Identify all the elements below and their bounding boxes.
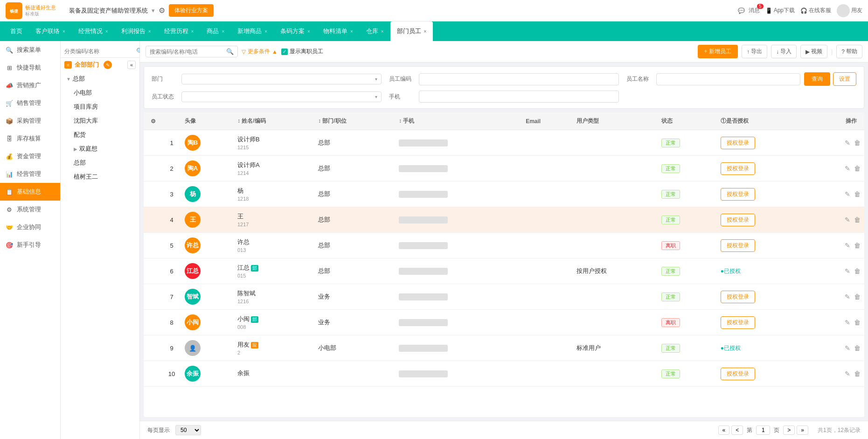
all-dept-label[interactable]: 全部部门	[75, 61, 99, 69]
emp-code-input[interactable]	[419, 73, 619, 85]
authorize-btn[interactable]: 授权登录	[721, 162, 755, 175]
sidebar-item-sales[interactable]: 🛒 销售管理	[0, 94, 60, 112]
sidebar-item-guide[interactable]: 🎯 新手引导	[0, 236, 60, 254]
tab-add-goods[interactable]: 新增商品 ×	[231, 21, 274, 41]
settings-icon[interactable]: ⚙	[151, 118, 156, 125]
tab-goods[interactable]: 商品 ×	[200, 21, 231, 41]
tab-bom[interactable]: 物料清单 ×	[317, 21, 360, 41]
close-icon[interactable]: ×	[381, 29, 384, 34]
delete-icon[interactable]: 🗑	[854, 139, 861, 146]
sidebar-item-finance[interactable]: 💰 资金管理	[0, 147, 60, 165]
sidebar-item-inventory[interactable]: 🗄 库存核算	[0, 130, 60, 147]
message-icon[interactable]: 💬 5 消息	[738, 7, 760, 14]
first-page-btn[interactable]: «	[718, 425, 730, 435]
help-btn[interactable]: ? 帮助	[836, 45, 862, 58]
tab-operations[interactable]: 经营情况 ×	[72, 21, 115, 41]
delete-icon[interactable]: 🗑	[854, 267, 861, 275]
tree-node-xiaodianbu[interactable]: 小电部	[61, 86, 139, 100]
edit-icon[interactable]: ✎	[104, 61, 112, 69]
authorize-btn[interactable]: 授权登录	[721, 239, 755, 252]
tree-node-zongbu2[interactable]: 总部	[61, 156, 139, 170]
authorize-btn[interactable]: 授权登录	[721, 188, 755, 201]
authorize-btn[interactable]: 授权登录	[721, 368, 755, 380]
emp-name-input[interactable]	[656, 73, 800, 85]
tree-node-zhishu[interactable]: 植树王二	[61, 170, 139, 184]
col-phone[interactable]: ↕ 手机	[395, 112, 522, 130]
edit-icon[interactable]: ✎	[845, 370, 850, 377]
authorize-btn[interactable]: 授权登录	[721, 214, 755, 226]
close-icon[interactable]: ×	[264, 29, 267, 34]
edit-icon[interactable]: ✎	[845, 216, 850, 223]
sidebar-item-operations[interactable]: 📊 经营管理	[0, 165, 60, 183]
edit-icon[interactable]: ✎	[845, 344, 850, 352]
settings-icon[interactable]: ⚙	[159, 6, 165, 15]
col-name[interactable]: ↕ 姓名/编码	[234, 112, 314, 130]
sidebar-item-nav[interactable]: ⊞ 快捷导航	[0, 59, 60, 77]
col-dept[interactable]: ↕ 部门/职位	[314, 112, 395, 130]
video-btn[interactable]: ▶ 视频	[800, 45, 827, 58]
authorize-btn[interactable]: 授权登录	[721, 291, 755, 303]
export-btn[interactable]: ↑ 导出	[742, 45, 767, 58]
delete-icon[interactable]: 🗑	[854, 216, 861, 223]
query-btn[interactable]: 查询	[804, 72, 830, 86]
close-icon[interactable]: ×	[307, 29, 310, 34]
edit-icon[interactable]: ✎	[845, 139, 850, 146]
tree-search-input[interactable]	[64, 48, 134, 55]
close-icon[interactable]: ×	[148, 29, 151, 34]
edit-icon[interactable]: ✎	[845, 267, 850, 275]
sidebar-item-basic[interactable]: 📋 基础信息	[0, 183, 60, 201]
sidebar-item-search[interactable]: 🔍 搜索菜单	[0, 41, 60, 59]
import-btn[interactable]: ↓ 导入	[771, 45, 797, 58]
edit-icon[interactable]: ✎	[845, 165, 850, 172]
edit-icon[interactable]: ✎	[845, 190, 850, 198]
delete-icon[interactable]: 🗑	[854, 319, 861, 326]
tree-node-xiangmu[interactable]: 项目库房	[61, 100, 139, 114]
more-filter-btn[interactable]: ▽ 更多条件 ▲	[242, 48, 278, 56]
edit-icon[interactable]: ✎	[845, 293, 850, 300]
delete-icon[interactable]: 🗑	[854, 165, 861, 172]
tree-node-zongbu[interactable]: ▼ 总部	[61, 72, 139, 86]
delete-icon[interactable]: 🗑	[854, 293, 861, 300]
tab-customers[interactable]: 客户联络 ×	[29, 21, 72, 41]
tab-employees[interactable]: 部门员工 ×	[390, 21, 433, 41]
page-size-select[interactable]: 50 100 200	[175, 425, 201, 435]
search-input[interactable]	[150, 49, 224, 55]
search-submit-icon[interactable]: 🔍	[226, 48, 234, 55]
prev-page-btn[interactable]: <	[731, 425, 743, 435]
phone-input[interactable]	[419, 91, 619, 103]
delete-icon[interactable]: 🗑	[854, 370, 861, 377]
edit-icon[interactable]: ✎	[845, 242, 850, 249]
tree-node-peihuo[interactable]: 配货	[61, 128, 139, 142]
close-icon[interactable]: ×	[350, 29, 353, 34]
sidebar-item-collab[interactable]: 🤝 企业协同	[0, 218, 60, 236]
authorize-btn[interactable]: 授权登录	[721, 137, 755, 149]
tab-barcode[interactable]: 条码方案 ×	[274, 21, 317, 41]
trial-btn[interactable]: 体验行业方案	[169, 4, 214, 17]
sidebar-item-system[interactable]: ⚙ 系统管理	[0, 201, 60, 218]
close-icon[interactable]: ×	[105, 29, 108, 34]
tab-profit[interactable]: 利润报告 ×	[115, 21, 158, 41]
tree-node-shuangting[interactable]: ▶ 双庭想	[61, 142, 139, 156]
edit-icon[interactable]: ✎	[845, 319, 850, 326]
delete-icon[interactable]: 🗑	[854, 344, 861, 352]
online-service[interactable]: 🎧 在线客服	[800, 7, 831, 14]
collapse-btn[interactable]: «	[127, 61, 136, 69]
add-employee-btn[interactable]: + 新增员工	[698, 45, 738, 58]
close-icon[interactable]: ×	[191, 29, 194, 34]
delete-icon[interactable]: 🗑	[854, 190, 861, 198]
emp-status-select[interactable]: ▾	[181, 91, 382, 102]
last-page-btn[interactable]: »	[797, 425, 808, 435]
tree-node-shenyang[interactable]: 沈阳大库	[61, 114, 139, 128]
tab-home[interactable]: 首页	[4, 21, 29, 41]
authorize-btn[interactable]: 授权登录	[721, 316, 755, 329]
next-page-btn[interactable]: >	[783, 425, 795, 435]
page-input[interactable]	[756, 425, 770, 435]
close-icon[interactable]: ×	[222, 29, 224, 34]
close-icon[interactable]: ×	[424, 29, 427, 34]
tab-history[interactable]: 经营历程 ×	[158, 21, 201, 41]
show-resigned-toggle[interactable]: ✓ 显示离职员工	[281, 48, 323, 56]
sidebar-item-marketing[interactable]: 📣 营销推广	[0, 77, 60, 94]
dept-select[interactable]: ▾	[181, 74, 382, 84]
user-area[interactable]: 用友	[837, 4, 862, 17]
app-download[interactable]: 📱 App下载	[765, 7, 795, 14]
